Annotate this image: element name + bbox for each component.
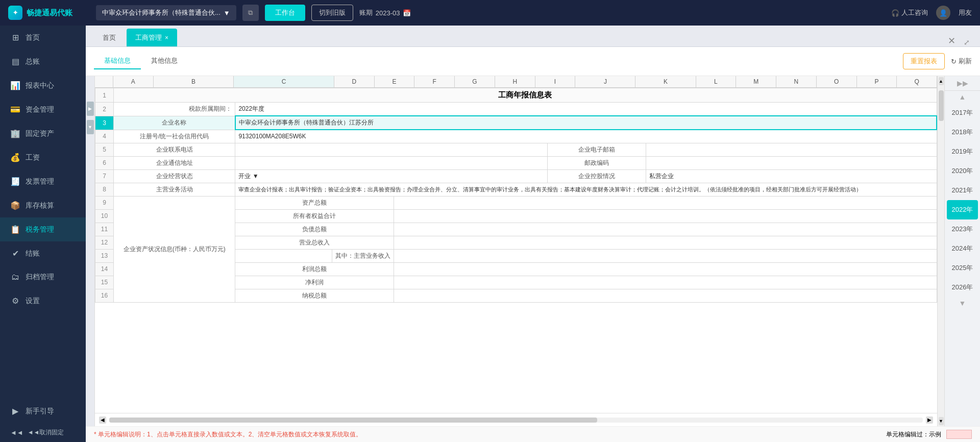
col-header-h: H — [495, 76, 535, 87]
refresh-label: 刷新 — [959, 57, 972, 66]
collapse-left-btn[interactable]: ▶ — [87, 102, 94, 116]
cell-2-value[interactable]: 2022年度 — [235, 103, 937, 116]
cell-7-control[interactable]: 私营企业 — [646, 169, 937, 183]
year-panel: ▶▶ ▲ 2017年 2018年 2019年 2020年 2021年 2022年… — [944, 76, 980, 426]
cell-15-value[interactable] — [394, 276, 937, 289]
year-item-2020[interactable]: 2020年 — [945, 161, 980, 181]
cell-3-label[interactable]: 企业名称 — [114, 116, 235, 130]
newbie-icon: ▶ — [10, 406, 20, 416]
salary-icon: 💰 — [10, 153, 20, 162]
cell-12-value[interactable] — [394, 236, 937, 249]
refresh-button[interactable]: ↻ 刷新 — [951, 57, 972, 66]
year-item-2023[interactable]: 2023年 — [945, 219, 980, 239]
year-item-2018[interactable]: 2018年 — [945, 122, 980, 142]
cell-3-value[interactable]: 中审众环会计师事务所（特殊普通合伙）江苏分所 — [235, 116, 937, 130]
company-selector[interactable]: 中审众环会计师事务所（特殊普通合伙... ▼ — [96, 5, 236, 20]
v-scrollbar-thumb[interactable] — [939, 90, 944, 121]
sidebar-item-salary[interactable]: 💰 工资 — [0, 145, 86, 169]
row-num-9: 9 — [95, 196, 114, 209]
sidebar-item-home[interactable]: ⊞ 首页 — [0, 26, 86, 50]
cell-11-label[interactable]: 负债总额 — [235, 223, 394, 236]
cell-13-label[interactable]: 其中：主营业务收入 — [332, 249, 394, 262]
cell-7-label[interactable]: 企业经营状态 — [114, 169, 235, 183]
cell-10-value[interactable] — [394, 209, 937, 223]
copy-button[interactable]: ⧉ — [242, 5, 259, 21]
scroll-right-btn[interactable]: ▶ — [926, 416, 933, 424]
sidebar-item-settings[interactable]: ⚙ 设置 — [0, 289, 86, 313]
year-item-2022[interactable]: 2022年 — [947, 200, 978, 219]
sidebar-item-capital[interactable]: 💳 资金管理 — [0, 97, 86, 121]
sidebar-item-file[interactable]: 🗂 归档管理 — [0, 265, 86, 289]
tab-basic-info[interactable]: 基础信息 — [94, 53, 141, 69]
calendar-icon[interactable]: 📅 — [403, 9, 411, 17]
tab-home-label: 首页 — [103, 33, 116, 42]
sidebar-label-newbie: 新手引导 — [26, 407, 54, 416]
expand-icon[interactable]: ⤢ — [962, 38, 972, 46]
h-scrollbar-track[interactable] — [109, 418, 923, 423]
cell-12-label[interactable]: 营业总收入 — [235, 236, 394, 249]
cell-8-value[interactable]: 审查企业会计报表；出具审计报告；验证企业资本；出具验资报告；办理企业合并、分立、… — [235, 183, 937, 196]
cell-11-value[interactable] — [394, 223, 937, 236]
topbar: ✦ 畅捷通易代账 中审众环会计师事务所（特殊普通合伙... ▼ ⧉ 工作台 切到… — [0, 0, 980, 26]
year-item-2019[interactable]: 2019年 — [945, 142, 980, 161]
spreadsheet-body[interactable]: 1 工商年报信息表 2 税款所属期间： 2022年度 — [95, 88, 937, 413]
cell-5-email[interactable] — [646, 143, 937, 156]
reset-report-button[interactable]: 重置报表 — [903, 53, 945, 69]
cell-2-label[interactable]: 税款所属期间： — [114, 103, 235, 116]
cell-4-label[interactable]: 注册号/统一社会信用代码 — [114, 130, 235, 143]
capital-icon: 💳 — [10, 105, 20, 114]
cell-6-postal[interactable] — [646, 156, 937, 169]
scroll-up-btn[interactable]: ▲ — [939, 77, 944, 85]
year-up-btn[interactable]: ▲ — [959, 93, 966, 101]
cell-6-addr[interactable] — [235, 156, 548, 169]
window-close-icon[interactable]: ✕ — [944, 35, 960, 46]
year-item-2025[interactable]: 2025年 — [945, 258, 980, 278]
sidebar-unpin[interactable]: ◄◄ ◄◄取消固定 — [0, 423, 86, 442]
cell-7-status[interactable]: 开业 ▼ — [235, 169, 548, 183]
cell-10-label[interactable]: 所有者权益合计 — [235, 209, 394, 223]
v-scrollbar[interactable]: ▲ ▼ — [937, 76, 944, 426]
scroll-left-btn[interactable]: ◀ — [99, 416, 106, 424]
year-item-2017[interactable]: 2017年 — [945, 103, 980, 122]
year-down-btn[interactable]: ▼ — [959, 299, 966, 307]
year-item-2024[interactable]: 2024年 — [945, 239, 980, 258]
cell-16-label[interactable]: 纳税总额 — [235, 289, 394, 302]
cell-14-label[interactable]: 利润总额 — [235, 262, 394, 276]
cell-5-label[interactable]: 企业联系电话 — [114, 143, 235, 156]
sidebar-item-tax[interactable]: 📋 税务管理 — [0, 217, 86, 241]
cell-13-value[interactable] — [394, 249, 937, 262]
sidebar-item-invoice[interactable]: 🧾 发票管理 — [0, 169, 86, 193]
service-button[interactable]: 🎧 人工咨询 — [891, 8, 928, 17]
tab-other-info[interactable]: 其他信息 — [141, 53, 188, 69]
sidebar-item-inventory[interactable]: 📦 库存核算 — [0, 193, 86, 217]
sidebar-item-report[interactable]: 📊 报表中心 — [0, 73, 86, 97]
collapse-right-btn[interactable]: ▼ — [87, 120, 94, 134]
year-expand-btn[interactable]: ▶▶ — [954, 78, 971, 88]
tab-close-icon[interactable]: × — [165, 34, 168, 41]
year-item-2026[interactable]: 2026年 — [945, 278, 980, 297]
tab-business[interactable]: 工商管理 × — [127, 29, 177, 46]
workbench-button[interactable]: 工作台 — [265, 5, 305, 21]
sidebar-newbie[interactable]: ▶ 新手引导 — [0, 399, 86, 423]
sidebar-item-ledger[interactable]: ▤ 总账 — [0, 50, 86, 73]
cell-9-value[interactable] — [394, 196, 937, 209]
cell-9-label[interactable]: 资产总额 — [235, 196, 394, 209]
cell-5-phone[interactable] — [235, 143, 548, 156]
sidebar-item-archive[interactable]: ✔ 结账 — [0, 241, 86, 265]
cell-8-label[interactable]: 主营业务活动 — [114, 183, 235, 196]
year-item-2021[interactable]: 2021年 — [945, 181, 980, 200]
cell-6-label[interactable]: 企业通信地址 — [114, 156, 235, 169]
tab-home[interactable]: 首页 — [94, 29, 125, 46]
cell-15-label[interactable]: 净利润 — [235, 276, 394, 289]
switch-version-button[interactable]: 切到旧版 — [311, 5, 353, 21]
row-num-11: 11 — [95, 223, 114, 236]
cell-16-value[interactable] — [394, 289, 937, 302]
scroll-down-btn[interactable]: ▼ — [939, 417, 944, 425]
bottom-scrollbar[interactable]: ◀ ▶ — [95, 413, 937, 426]
h-scrollbar-thumb[interactable] — [109, 418, 597, 423]
sidebar-item-assets[interactable]: 🏢 固定资产 — [0, 121, 86, 145]
row-num-1: 1 — [95, 88, 114, 103]
cell-4-value[interactable]: 91320100MA208E5W6K — [235, 130, 937, 143]
cell-title[interactable]: 工商年报信息表 — [114, 88, 937, 103]
cell-14-value[interactable] — [394, 262, 937, 276]
